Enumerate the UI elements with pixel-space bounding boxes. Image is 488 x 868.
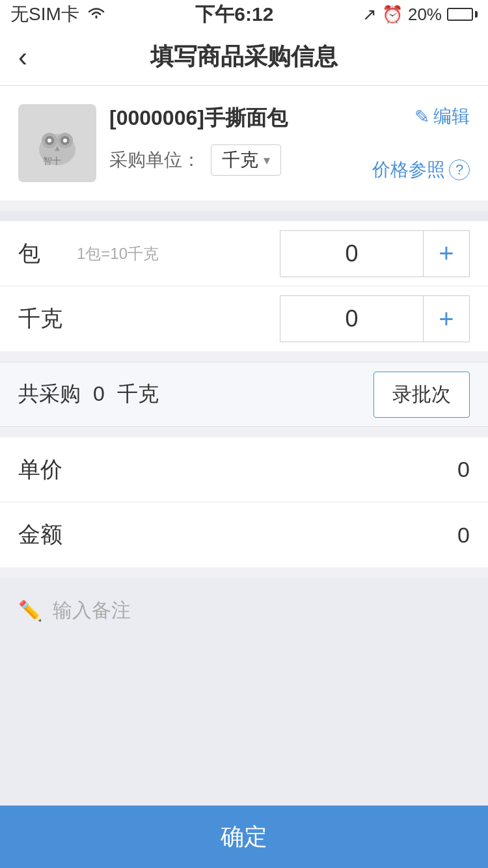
input-section: 包 1包=10千克 + 千克 + <box>0 221 488 351</box>
total-text: 共采购 0 千克 <box>18 380 373 409</box>
nav-bar: ‹ 填写商品采购信息 <box>0 29 488 86</box>
unit-dropdown[interactable]: 千克 ▾ <box>211 144 281 176</box>
svg-point-6 <box>63 139 67 142</box>
edit-label: 编辑 <box>433 104 470 129</box>
page-title: 填写商品采购信息 <box>150 41 338 73</box>
carrier-text: 无SIM卡 <box>10 2 79 27</box>
edit-button[interactable]: ✎ 编辑 <box>414 104 470 129</box>
bag-input-row: 包 1包=10千克 + <box>0 221 488 286</box>
kg-plus-button[interactable]: + <box>423 295 470 342</box>
unit-price-label: 单价 <box>18 455 457 485</box>
product-card: 智十 [0000006]手撕面包 采购单位： 千克 ▾ ✎ 编辑 价格参照 ? <box>0 86 488 200</box>
price-info-section: 单价 0 金额 0 <box>0 437 488 567</box>
divider-band-1 <box>0 211 488 221</box>
batch-button[interactable]: 录批次 <box>373 372 470 418</box>
confirm-label: 确定 <box>221 821 267 853</box>
unit-price-row: 单价 0 <box>0 437 488 502</box>
product-logo: 智十 <box>18 104 96 182</box>
svg-text:智十: 智十 <box>43 156 61 166</box>
pencil-icon: ✏️ <box>18 599 42 622</box>
unit-label: 采购单位： <box>109 148 200 172</box>
amount-label: 金额 <box>18 520 457 550</box>
alarm-icon: ⏰ <box>382 5 403 25</box>
confirm-button[interactable]: 确定 <box>0 806 488 868</box>
total-row: 共采购 0 千克 录批次 <box>0 362 488 427</box>
price-ref-button[interactable]: 价格参照 ? <box>372 157 470 182</box>
bag-label: 包 <box>18 239 70 269</box>
bag-quantity-input[interactable] <box>280 230 423 277</box>
wifi-icon <box>86 4 107 25</box>
edit-icon: ✎ <box>414 106 429 128</box>
amount-value: 0 <box>457 522 470 548</box>
bag-input-control: + <box>280 230 470 277</box>
kg-quantity-input[interactable] <box>280 295 423 342</box>
svg-point-5 <box>47 139 51 142</box>
kg-label: 千克 <box>18 304 70 334</box>
battery-percent: 20% <box>408 5 442 25</box>
unit-price-value: 0 <box>457 457 470 482</box>
total-label: 共采购 <box>18 382 81 405</box>
remark-placeholder: 输入备注 <box>53 597 131 624</box>
bag-sublabel: 1包=10千克 <box>77 243 280 264</box>
kg-input-row: 千克 + <box>0 286 488 351</box>
status-bar: 无SIM卡 下午6:12 ↗ ⏰ 20% <box>0 0 488 29</box>
back-button[interactable]: ‹ <box>18 44 27 71</box>
status-left: 无SIM卡 <box>10 2 107 27</box>
amount-row: 金额 0 <box>0 502 488 567</box>
dropdown-arrow-icon: ▾ <box>264 152 270 168</box>
price-ref-label: 价格参照 <box>372 157 445 182</box>
location-icon: ↗ <box>362 5 377 25</box>
total-unit: 千克 <box>117 382 159 405</box>
battery-icon <box>447 8 478 21</box>
status-time: 下午6:12 <box>195 1 273 28</box>
total-value: 0 <box>93 382 105 405</box>
bag-plus-button[interactable]: + <box>423 230 470 277</box>
product-image: 智十 <box>18 104 96 182</box>
unit-value: 千克 <box>222 148 258 172</box>
kg-input-control: + <box>280 295 470 342</box>
status-right: ↗ ⏰ 20% <box>362 5 478 25</box>
remark-section[interactable]: ✏️ 输入备注 <box>0 578 488 643</box>
help-icon: ? <box>449 159 470 180</box>
